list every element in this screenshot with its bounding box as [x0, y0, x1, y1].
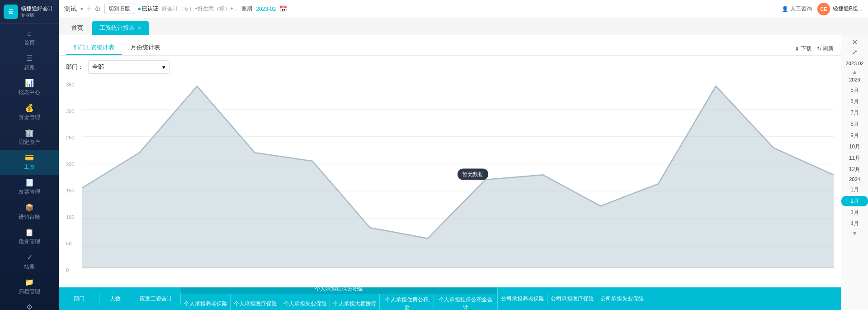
content-main: 部门工资统计表 月份统计表 ⬇ 下载 ↻ 刷新 部门： — [59, 35, 841, 310]
sub-tab-dept[interactable]: 部门工资统计表 — [66, 41, 122, 55]
header-right: 👤 人工咨询 CE 轻捷通B组... — [782, 3, 863, 15]
panel-expand-button[interactable]: ⤢ — [852, 48, 858, 56]
chart-y-labels: 350 300 250 200 150 100 50 0 — [66, 82, 74, 274]
calendar-icon[interactable]: 📅 — [279, 5, 287, 13]
header-title: 测试 — [64, 5, 77, 13]
refresh-icon: ↻ — [817, 46, 821, 52]
download-icon: ⬇ — [795, 46, 799, 52]
sidebar-logo: 云 畅捷通好会计 专业版 — [0, 0, 59, 24]
sidebar-item-salary[interactable]: 💳工资 — [0, 150, 59, 175]
certified-dot — [138, 8, 141, 10]
switch-old-version-button[interactable]: 切到旧版 — [104, 4, 134, 14]
avatar: CE — [817, 3, 830, 15]
user-name: 轻捷通B组... — [833, 5, 863, 13]
add-button[interactable]: + — [87, 5, 91, 13]
th-total-salary: 应发工资合计 — [131, 293, 181, 305]
month-oct[interactable]: 10月 — [841, 142, 868, 152]
help-icon: 👤 — [782, 6, 788, 12]
sidebar-item-settings[interactable]: ⚙设置 — [0, 299, 59, 310]
sidebar: 云 畅捷通好会计 专业版 ⌂首页 ☰总账 📊报表中心 💰资金管理 🏢固定资产 💳… — [0, 0, 59, 310]
month-jul[interactable]: 7月 — [841, 108, 868, 118]
content-area: 部门工资统计表 月份统计表 ⬇ 下载 ↻ 刷新 部门： — [59, 35, 868, 310]
help-button[interactable]: 👤 人工咨询 — [782, 5, 812, 13]
panel-close-button[interactable]: ✕ — [852, 38, 858, 47]
nav-down-button[interactable]: ▼ — [852, 229, 858, 237]
main-area: 测试 ▾ + ⚙ 切到旧版 已认证 好会计（专）+好生意（标）+... 账期 2… — [59, 0, 868, 310]
download-button[interactable]: ⬇ 下载 — [795, 45, 811, 52]
month-nov[interactable]: 11月 — [841, 153, 868, 163]
period-label: 账期 — [241, 5, 252, 13]
th-personal-major-medical: 个人承担大额医疗 — [330, 294, 380, 310]
tab-close-icon[interactable]: ✕ — [137, 25, 142, 31]
table-header: 部门 人数 应发工资合计 个人承担社保公积金 个人承担养老保险 个人承担医疗保险 — [59, 287, 841, 310]
chart-container: 350 300 250 200 150 100 50 0 — [66, 82, 834, 287]
chart-svg-area: 暂无数据 — [82, 82, 834, 274]
month-apr[interactable]: 4月 — [841, 219, 868, 229]
chevron-down-icon: ▾ — [162, 64, 165, 71]
th-count: 人数 — [99, 293, 131, 305]
tab-bar: 首页 工资统计报表 ✕ — [59, 18, 868, 35]
month-jun[interactable]: 6月 — [841, 96, 868, 107]
tab-home[interactable]: 首页 — [64, 21, 90, 35]
th-company-unemployment: 公司承担失业保险 — [597, 293, 647, 305]
header: 测试 ▾ + ⚙ 切到旧版 已认证 好会计（专）+好生意（标）+... 账期 2… — [59, 0, 868, 18]
th-company-medical: 公司承担医疗保险 — [547, 293, 597, 305]
tab-salary-report[interactable]: 工资统计报表 ✕ — [92, 21, 149, 35]
sub-tabs-left: 部门工资统计表 月份统计表 — [66, 41, 167, 55]
sidebar-item-tax[interactable]: 📋税务管理 — [0, 224, 59, 249]
logo-text: 畅捷通好会计 专业版 — [21, 5, 53, 19]
right-panel: ✕ ⤢ 2023.02 ▲ 2023 5月 6月 7月 8月 9月 10月 11… — [841, 35, 868, 310]
sidebar-item-report[interactable]: 📊报表中心 — [0, 75, 59, 100]
th-group-cols: 个人承担养老保险 个人承担医疗保险 个人承担失业保险 个人承担大额医疗 个人承担… — [181, 294, 497, 310]
sub-tabs-right: ⬇ 下载 ↻ 刷新 — [795, 45, 834, 55]
th-company-pension: 公司承担养老保险 — [498, 293, 547, 305]
settings-button[interactable]: ⚙ — [94, 5, 101, 13]
sidebar-item-capital[interactable]: 💰资金管理 — [0, 100, 59, 125]
period-value: 2023-02 — [256, 6, 276, 12]
filter-bar: 部门： 全部 ▾ — [59, 56, 841, 78]
dept-filter-select[interactable]: 全部 ▾ — [88, 60, 170, 74]
month-jan[interactable]: 1月 — [841, 185, 868, 195]
chart-area: 350 300 250 200 150 100 50 0 — [59, 78, 841, 287]
header-dropdown-arrow[interactable]: ▾ — [80, 6, 83, 12]
th-personal-medical: 个人承担医疗保险 — [231, 294, 280, 310]
chart-svg — [82, 82, 834, 274]
sidebar-item-archive[interactable]: 📁归档管理 — [0, 274, 59, 299]
year-2024-label: 2024 — [847, 175, 862, 183]
th-personal-total: 个人承担社保公积金合计 — [434, 294, 497, 310]
th-dept: 部门 — [59, 293, 99, 305]
year-2023-label: 2023 — [847, 76, 862, 84]
sub-tabs: 部门工资统计表 月份统计表 ⬇ 下载 ↻ 刷新 — [59, 35, 841, 56]
month-sep[interactable]: 9月 — [841, 130, 868, 141]
user-menu[interactable]: CE 轻捷通B组... — [817, 3, 863, 15]
nav-up-button[interactable]: ▲ — [852, 68, 858, 76]
month-dec[interactable]: 12月 — [841, 164, 868, 175]
sidebar-item-settle[interactable]: ✓结账 — [0, 249, 59, 274]
sidebar-nav: ⌂首页 ☰总账 📊报表中心 💰资金管理 🏢固定资产 💳工资 🧾发票管理 📦进销台… — [0, 24, 59, 310]
month-mar[interactable]: 3月 — [841, 207, 868, 218]
refresh-button[interactable]: ↻ 刷新 — [817, 45, 834, 52]
certified-badge: 已认证 — [138, 5, 158, 13]
th-personal-housing: 个人承担住房公积金 — [380, 294, 434, 310]
month-feb-active[interactable]: 2月 — [841, 196, 868, 206]
th-personal-unemployment: 个人承担失业保险 — [280, 294, 330, 310]
month-aug[interactable]: 8月 — [841, 119, 868, 129]
logo-icon: 云 — [4, 5, 18, 19]
sidebar-item-ledger[interactable]: ☰总账 — [0, 50, 59, 75]
year-display: 2023.02 — [844, 59, 866, 67]
sidebar-item-invoice[interactable]: 🧾发票管理 — [0, 175, 59, 200]
sub-tab-monthly[interactable]: 月份统计表 — [123, 41, 167, 55]
dept-filter-label: 部门： — [66, 63, 84, 71]
month-may[interactable]: 5月 — [841, 85, 868, 95]
th-personal-pension: 个人承担养老保险 — [181, 294, 231, 310]
sidebar-item-assets[interactable]: 🏢固定资产 — [0, 125, 59, 150]
sidebar-item-purchase[interactable]: 📦进销台账 — [0, 200, 59, 224]
th-group-personal: 个人承担社保公积金 个人承担养老保险 个人承担医疗保险 个人承担失业保险 个人承… — [181, 287, 498, 310]
sidebar-item-home[interactable]: ⌂首页 — [0, 26, 59, 50]
